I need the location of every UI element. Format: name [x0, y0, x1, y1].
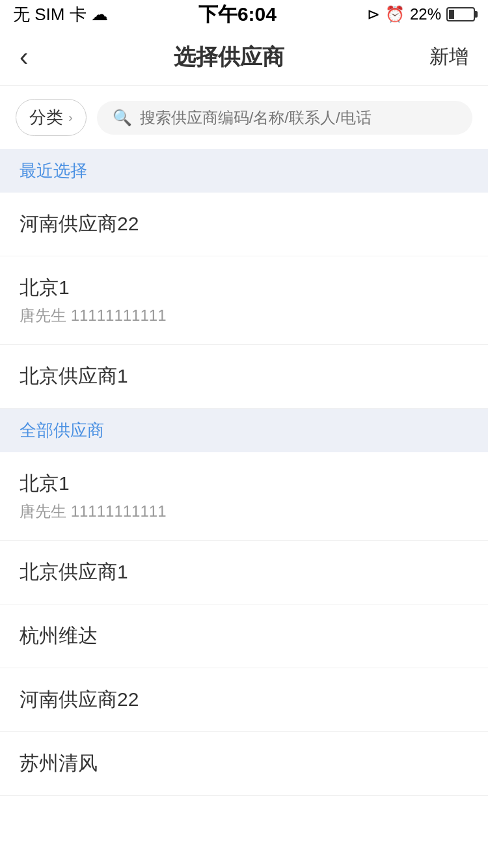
- list-item[interactable]: 北京供应商1: [0, 345, 488, 409]
- item-detail: 唐先生 11111111111: [20, 501, 468, 522]
- status-time: 下午6:04: [198, 1, 277, 28]
- item-name: 杭州维达: [20, 623, 468, 649]
- list-item[interactable]: 河南供应商22: [0, 668, 488, 732]
- item-name: 北京供应商1: [20, 363, 468, 390]
- search-input[interactable]: [140, 109, 457, 127]
- chevron-right-icon: ›: [68, 110, 73, 125]
- status-left: 无 SIM 卡 ☁: [13, 3, 108, 26]
- sim-status: 无 SIM 卡 ☁: [13, 3, 108, 26]
- search-box: 🔍: [97, 101, 472, 135]
- category-button[interactable]: 分类 ›: [16, 99, 87, 136]
- item-name: 北京供应商1: [20, 559, 468, 586]
- battery-icon: [446, 7, 475, 21]
- list-item[interactable]: 北京1 唐先生 11111111111: [0, 256, 488, 345]
- nav-bar: ‹ 选择供应商 新增: [0, 29, 488, 86]
- all-list: 北京1 唐先生 11111111111 北京供应商1杭州维达河南供应商22苏州清…: [0, 452, 488, 796]
- item-name: 河南供应商22: [20, 686, 468, 713]
- recent-section-header: 最近选择: [0, 149, 488, 193]
- status-right: ⊳ ⏰ 22%: [367, 5, 475, 23]
- item-name: 河南供应商22: [20, 211, 468, 237]
- list-item[interactable]: 北京供应商1: [0, 541, 488, 604]
- battery-percent: 22%: [410, 5, 441, 23]
- add-button[interactable]: 新增: [429, 44, 468, 70]
- back-button[interactable]: ‹: [20, 42, 28, 72]
- status-bar: 无 SIM 卡 ☁ 下午6:04 ⊳ ⏰ 22%: [0, 0, 488, 29]
- all-section-header: 全部供应商: [0, 409, 488, 452]
- search-icon: 🔍: [113, 109, 132, 127]
- item-name: 北京1: [20, 470, 468, 497]
- item-name: 苏州清风: [20, 750, 468, 777]
- location-icon: ⊳: [367, 5, 380, 23]
- recent-list: 河南供应商22 北京1 唐先生 11111111111 北京供应商1: [0, 193, 488, 409]
- list-item[interactable]: 苏州清风: [0, 732, 488, 796]
- list-item[interactable]: 杭州维达: [0, 604, 488, 668]
- item-name: 北京1: [20, 275, 468, 301]
- item-detail: 唐先生 11111111111: [20, 305, 468, 326]
- list-item[interactable]: 北京1 唐先生 11111111111: [0, 452, 488, 541]
- list-item[interactable]: 河南供应商22: [0, 193, 488, 256]
- alarm-icon: ⏰: [385, 5, 405, 23]
- filter-bar: 分类 › 🔍: [0, 86, 488, 149]
- page-title: 选择供应商: [174, 42, 284, 72]
- category-label: 分类: [29, 106, 63, 129]
